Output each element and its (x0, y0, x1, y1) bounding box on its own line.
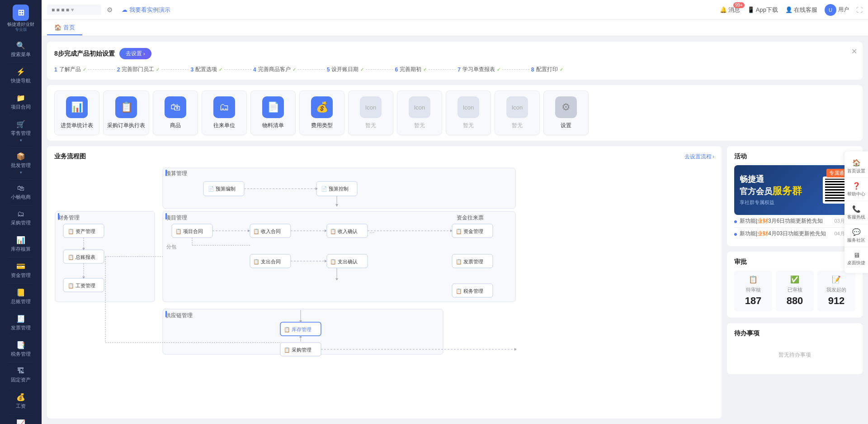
todo-title: 待办事项 (734, 329, 855, 338)
setup-go-button[interactable]: 去设置 › (119, 48, 151, 59)
approval-item-0[interactable]: 📋 待审核 187 (734, 271, 772, 311)
rqn-label-0: 首页设置 (847, 167, 865, 174)
quick-icon-6[interactable]: Icon 暂无 (348, 91, 393, 135)
step-label-6: 学习单查报表 (462, 66, 495, 73)
company-name: ■ ■ ■ ■ (52, 7, 69, 13)
step-label-2: 配置选项 (195, 66, 217, 73)
settings-icon[interactable]: ⚙ (105, 4, 114, 16)
icon-label-3: 往来单位 (213, 122, 235, 129)
sidebar-label-12: 固定资产 (11, 376, 31, 383)
message-badge: 99+ (733, 2, 745, 8)
svg-rect-58 (165, 311, 167, 317)
sidebar-item-4[interactable]: 📦 批发管理 ▾ (9, 148, 33, 180)
rqn-icon-4: 🖥 (847, 251, 865, 258)
sidebar-item-14[interactable]: 📈 经营管理 (9, 414, 33, 424)
sidebar-item-10[interactable]: 🧾 发票管理 (9, 310, 33, 336)
sidebar-item-3[interactable]: 🛒 零售管理 ▾ (9, 115, 33, 148)
setup-steps: 1 了解产品 ✓ 2 完善部门员工 ✓ 3 配置选项 ✓ 4 完善商品客户 ✓ … (54, 66, 855, 73)
sidebar-item-12[interactable]: 🏗 固定资产 (9, 362, 33, 388)
sidebar-icon-4: 📦 (16, 152, 25, 161)
sidebar-item-8[interactable]: 💳 资金管理 (9, 257, 33, 284)
step-done-icon-3: ✓ (292, 67, 296, 72)
tabbar: 🏠 首页 (42, 20, 868, 36)
sidebar-label-13: 工资 (16, 403, 26, 410)
message-button[interactable]: 🔔 消息 99+ (720, 6, 740, 14)
service-icon: 👤 (785, 6, 793, 13)
rqn-item-4[interactable]: 🖥 桌面快捷 (844, 247, 868, 269)
arrow-right-icon: › (143, 51, 145, 57)
sidebar-item-11[interactable]: 📑 税务管理 (9, 336, 33, 362)
rqn-icon-3: 💬 (847, 228, 865, 236)
setup-close-button[interactable]: ✕ (851, 47, 857, 56)
rqn-item-0[interactable]: 🏠 首页设置 (844, 155, 868, 178)
rqn-item-1[interactable]: ❓ 帮助中心 (844, 178, 868, 201)
sidebar-item-2[interactable]: 📁 项目合同 (9, 89, 33, 115)
quick-icon-4[interactable]: 📄 物料清单 (250, 91, 296, 135)
sidebar-item-9[interactable]: 📒 总账管理 (9, 284, 33, 310)
sidebar-item-7[interactable]: 📊 库存核算 (9, 231, 33, 257)
sidebar-label-9: 总账管理 (11, 298, 31, 305)
sidebar-item-13[interactable]: 💰 工资 (9, 388, 33, 414)
step-num-2: 3 (190, 67, 193, 73)
sidebar-label-5: 小畅电商 (11, 194, 31, 200)
quick-icon-0[interactable]: 📊 进货单统计表 (54, 91, 99, 135)
chevron-down-icon: ▾ (71, 6, 74, 13)
approval-icon-1: ✅ (790, 275, 799, 284)
activity-banner-title: 畅捷通官方会员服务群 (740, 174, 823, 198)
quick-icon-7[interactable]: Icon 暂无 (397, 91, 442, 135)
quick-icon-2[interactable]: 🛍 商品 (153, 91, 198, 135)
sidebar-item-6[interactable]: 🗂 采购管理 (9, 205, 33, 231)
demo-link[interactable]: ☁ 我要看实例演示 (122, 6, 170, 14)
icon-label-0: 进货单统计表 (61, 122, 93, 129)
sidebar-item-0[interactable]: 🔍 搜索菜单 (9, 37, 33, 63)
icon-box-1: 📋 (115, 96, 137, 118)
company-selector[interactable]: ■ ■ ■ ■ ▾ (47, 5, 101, 15)
quick-icon-9[interactable]: Icon 暂无 (495, 91, 540, 135)
user-menu[interactable]: U 用户 (825, 4, 849, 16)
sidebar-label-3: 零售管理 (11, 130, 31, 137)
rqn-item-2[interactable]: 📞 客服热线 (844, 201, 868, 224)
quick-icon-1[interactable]: 📋 采购订单执行表 (103, 91, 149, 135)
icon-box-10: ⚙ (555, 96, 577, 118)
approval-icon-2: 📝 (832, 275, 841, 284)
tab-home[interactable]: 🏠 首页 (47, 21, 82, 35)
sidebar-icon-14: 📈 (16, 419, 25, 424)
svg-text:📋 资金管理: 📋 资金管理 (456, 228, 483, 234)
sidebar-item-5[interactable]: 🛍 小畅电商 (9, 180, 33, 205)
flow-header: 业务流程图 去设置流程 › (54, 152, 714, 161)
setup-title-row: 8步完成产品初始设置 去设置 › (54, 48, 855, 59)
quick-icon-10[interactable]: ⚙ 设置 (543, 91, 589, 135)
step-1: 2 完善部门员工 ✓ (117, 66, 160, 73)
quick-icon-3[interactable]: 🗂 往来单位 (202, 91, 247, 135)
news-item-0[interactable]: 新功能|业财3月6日功能更新抢先知 03月06日 (734, 215, 855, 228)
icon-label-2: 商品 (170, 122, 181, 129)
quick-icon-5[interactable]: 💰 费用类型 (299, 91, 344, 135)
svg-text:📋 发票管理: 📋 发票管理 (456, 258, 483, 265)
step-line-5 (429, 69, 456, 70)
svg-text:📋 资产管理: 📋 资产管理 (68, 228, 95, 234)
svg-text:📋 收入确认: 📋 收入确认 (330, 228, 358, 234)
sidebar-icon-12: 🏗 (17, 367, 24, 375)
online-service-button[interactable]: 👤 在线客服 (785, 6, 817, 14)
icon-box-7: Icon (409, 96, 430, 118)
rqn-item-3[interactable]: 💬 服务社区 (844, 224, 868, 247)
right-quicknav: 🏠 首页设置 ❓ 帮助中心 📞 客服热线 💬 服务社区 🖥 桌面快捷 (844, 151, 868, 273)
sidebar-icon-9: 📒 (16, 288, 25, 297)
approval-count-2: 912 (821, 295, 852, 307)
icon-box-4: 📄 (262, 96, 284, 118)
news-item-1[interactable]: 新功能|业财4月03日功能更新抢先知 04月03日 (734, 228, 855, 240)
svg-text:📋 税务管理: 📋 税务管理 (456, 288, 483, 294)
flow-config-link[interactable]: 去设置流程 › (684, 153, 714, 161)
rqn-icon-1: ❓ (847, 181, 865, 190)
step-line-3 (298, 69, 325, 70)
avatar: U (825, 4, 836, 16)
svg-text:财务管理: 财务管理 (58, 214, 80, 221)
app-download-button[interactable]: 📱 App下载 (747, 6, 778, 14)
approval-item-1[interactable]: ✅ 已审核 880 (776, 271, 814, 311)
quick-icon-8[interactable]: Icon 暂无 (446, 91, 491, 135)
approval-item-2[interactable]: 📝 我发起的 912 (817, 271, 855, 311)
sidebar-label-4: 批发管理 (11, 162, 31, 169)
icon-label-6: 暂无 (365, 122, 376, 129)
expand-icon[interactable]: ⛶ (856, 6, 863, 14)
sidebar-item-1[interactable]: ⚡ 快捷导航 (9, 63, 33, 89)
